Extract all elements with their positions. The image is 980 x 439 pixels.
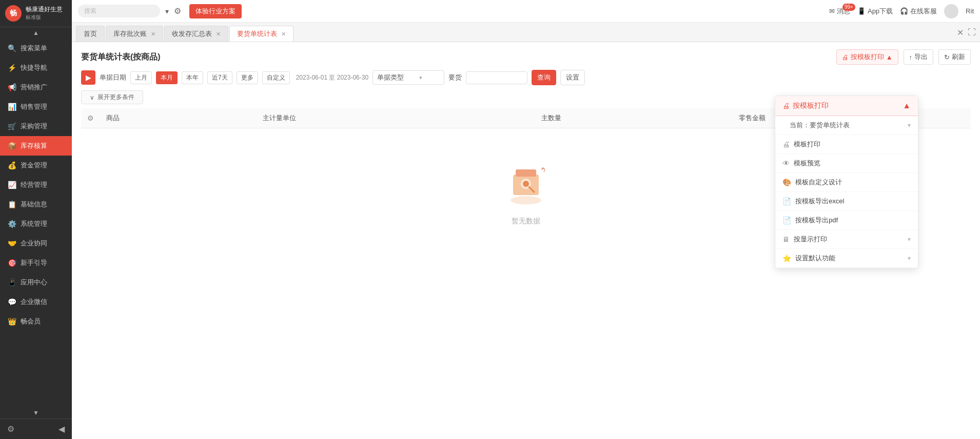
bill-type-arrow-icon: ▾ — [419, 74, 422, 81]
sidebar-scroll-down[interactable]: ▼ — [0, 407, 72, 418]
expand-more-bar[interactable]: ∨ 展开更多条件 — [81, 90, 143, 104]
table-settings-icon[interactable]: ⚙ — [87, 114, 94, 122]
appstore-icon: 📱 — [7, 278, 16, 287]
sidebar-item-appstore[interactable]: 📱 应用中心 — [0, 273, 72, 292]
tab-close-all-icon[interactable]: ✕ — [957, 27, 964, 37]
page-header: 要货单统计表(按商品) 🖨 按模板打印 ▲ ↑ 导出 ↻ 刷新 — [72, 42, 980, 65]
date-last7days-btn[interactable]: 近7天 — [207, 71, 232, 84]
table-header-goods: 商品 — [100, 108, 257, 128]
template-preview-item-left: 👁 模板预览 — [782, 159, 820, 168]
svg-point-0 — [511, 196, 541, 204]
date-range-display: 2023-06-01 至 2023-06-30 — [296, 73, 368, 82]
sidebar-item-member[interactable]: 👑 畅会员 — [0, 312, 72, 331]
display-print-arrow-icon: ▾ — [908, 236, 911, 243]
table-header-settings[interactable]: ⚙ — [81, 108, 100, 128]
set-default-item-left: ⭐ 设置默认功能 — [782, 254, 835, 263]
export-icon: ↑ — [909, 53, 913, 61]
set-default-arrow-icon: ▾ — [908, 255, 911, 262]
refresh-icon: ↻ — [944, 53, 950, 61]
sidebar-item-system[interactable]: ⚙️ 系统管理 — [0, 214, 72, 234]
date-more-btn[interactable]: 更多 — [237, 71, 258, 84]
tabbar: 首页 库存批次账 ✕ 收发存汇总表 ✕ 要货单统计表 ✕ ✕ ⛶ — [72, 23, 980, 42]
tab-fullscreen-icon[interactable]: ⛶ — [968, 28, 976, 37]
template-print-item-left: 🖨 模板打印 — [782, 140, 820, 149]
topbar-gear-icon[interactable]: ⚙ — [174, 6, 181, 16]
basic-icon: 📋 — [7, 200, 16, 208]
sidebar-item-basic[interactable]: 📋 基础信息 — [0, 195, 72, 214]
sidebar-nav: 🔍 搜索菜单 ⚡ 快捷导航 📢 营销推广 📊 销售管理 🛒 采购管理 📦 库存核… — [0, 39, 72, 407]
dropdown-item-template-export-excel[interactable]: 📄 按模板导出excel — [775, 192, 918, 211]
purchase-icon: 🛒 — [7, 122, 16, 130]
messages-button[interactable]: ✉ 消息 99+ — [829, 7, 850, 16]
sidebar-item-quick-nav[interactable]: ⚡ 快捷导航 — [0, 58, 72, 78]
date-current-month-btn[interactable]: 本月 — [156, 71, 178, 84]
current-arrow-icon: ▾ — [908, 122, 911, 129]
topbar: 搜索 ▾ ⚙ 体验行业方案 ✉ 消息 99+ 📱 App下载 🎧 在线客服 Ri… — [72, 0, 980, 23]
template-print-button[interactable]: 🖨 按模板打印 ▲ — [836, 49, 898, 65]
tab-inventory-batch[interactable]: 库存批次账 ✕ — [106, 26, 163, 42]
date-filter-label: 单据日期 — [100, 73, 126, 82]
tab-close-requisition-stats[interactable]: ✕ — [281, 31, 286, 37]
template-print-dropdown: 🖨 按模板打印 ▲ 当前：要货单统计表 ▾ 🖨 模板打印 👁 模板预览 — [775, 96, 918, 269]
settings-button[interactable]: 设置 — [560, 70, 585, 85]
sidebar-item-wechat[interactable]: 💬 企业微信 — [0, 292, 72, 312]
sidebar-item-cooperation[interactable]: 🤝 企业协同 — [0, 234, 72, 253]
refresh-button[interactable]: ↻ 刷新 — [938, 49, 971, 65]
dropdown-item-display-print[interactable]: 🖥 按显示打印 ▾ — [775, 230, 918, 249]
printer-icon: 🖨 — [842, 53, 849, 61]
system-icon: ⚙️ — [7, 220, 16, 228]
date-prev-month-btn[interactable]: 上月 — [130, 71, 152, 84]
sidebar-item-purchase[interactable]: 🛒 采购管理 — [0, 117, 72, 136]
sidebar-item-operation[interactable]: 📈 经营管理 — [0, 175, 72, 195]
logo-icon: 畅 — [5, 5, 22, 22]
cooperation-icon: 🤝 — [7, 239, 16, 247]
dropdown-item-template-design[interactable]: 🎨 模板自定义设计 — [775, 173, 918, 192]
dropdown-item-template-export-pdf[interactable]: 📄 按模板导出pdf — [775, 211, 918, 230]
sidebar-item-inventory[interactable]: 📦 库存核算 — [0, 136, 72, 156]
date-custom-btn[interactable]: 自定义 — [262, 71, 290, 84]
template-export-pdf-item-left: 📄 按模板导出pdf — [782, 216, 838, 225]
quick-nav-icon: ⚡ — [7, 64, 16, 72]
set-default-icon: ⭐ — [782, 254, 791, 262]
export-button[interactable]: ↑ 导出 — [904, 49, 934, 65]
tab-close-receivables[interactable]: ✕ — [216, 31, 221, 37]
tab-requisition-stats[interactable]: 要货单统计表 ✕ — [229, 26, 293, 42]
app-download-button[interactable]: 📱 App下载 — [857, 7, 893, 16]
tab-receivables[interactable]: 收发存汇总表 ✕ — [164, 26, 228, 42]
logo-name: 畅康通好生意 — [26, 6, 63, 14]
date-current-year-btn[interactable]: 本年 — [182, 71, 203, 84]
dropdown-item-template-preview[interactable]: 👁 模板预览 — [775, 154, 918, 173]
filter-expand-button[interactable]: ▶ — [81, 70, 95, 85]
topbar-dropdown-arrow[interactable]: ▾ — [165, 7, 169, 15]
tab-home[interactable]: 首页 — [76, 26, 105, 42]
user-avatar[interactable] — [944, 4, 958, 18]
sidebar-item-marketing[interactable]: 📢 营销推广 — [0, 78, 72, 97]
topbar-search-box: 搜索 — [78, 5, 160, 17]
sidebar-item-finance[interactable]: 💰 资金管理 — [0, 156, 72, 175]
online-service-button[interactable]: 🎧 在线客服 — [900, 7, 937, 16]
dropdown-item-template-print[interactable]: 🖨 模板打印 — [775, 135, 918, 154]
dropdown-close-icon[interactable]: ▲ — [903, 101, 911, 110]
template-design-item-left: 🎨 模板自定义设计 — [782, 178, 842, 187]
query-button[interactable]: 查询 — [532, 70, 556, 85]
trial-button[interactable]: 体验行业方案 — [189, 4, 242, 18]
sidebar-settings-icon[interactable]: ⚙ — [7, 424, 14, 434]
dropdown-item-current[interactable]: 当前：要货单统计表 ▾ — [775, 116, 918, 135]
logo-badge: 标准版 — [26, 14, 63, 21]
sidebar-item-sales[interactable]: 📊 销售管理 — [0, 97, 72, 117]
chevron-up-icon: ▲ — [886, 53, 893, 61]
online-service-icon: 🎧 — [900, 7, 908, 15]
tab-close-inventory-batch[interactable]: ✕ — [151, 31, 155, 37]
dropdown-item-set-default[interactable]: ⭐ 设置默认功能 ▾ — [775, 249, 918, 268]
sidebar: 畅 畅康通好生意 标准版 ▲ 🔍 搜索菜单 ⚡ 快捷导航 📢 营销推广 📊 销售… — [0, 0, 72, 439]
page-actions: 🖨 按模板打印 ▲ ↑ 导出 ↻ 刷新 — [836, 49, 971, 65]
sidebar-collapse-icon[interactable]: ◀ — [58, 424, 65, 434]
sidebar-item-guide[interactable]: 🎯 新手引导 — [0, 253, 72, 273]
sidebar-scroll-up[interactable]: ▲ — [0, 27, 72, 39]
goods-filter-input[interactable] — [466, 71, 527, 84]
sidebar-bottom: ⚙ ◀ — [0, 418, 72, 439]
bill-type-select[interactable]: 单据类型 ▾ — [373, 70, 444, 85]
template-export-excel-icon: 📄 — [782, 197, 791, 205]
sidebar-item-search[interactable]: 🔍 搜索菜单 — [0, 39, 72, 58]
operation-icon: 📈 — [7, 181, 16, 189]
